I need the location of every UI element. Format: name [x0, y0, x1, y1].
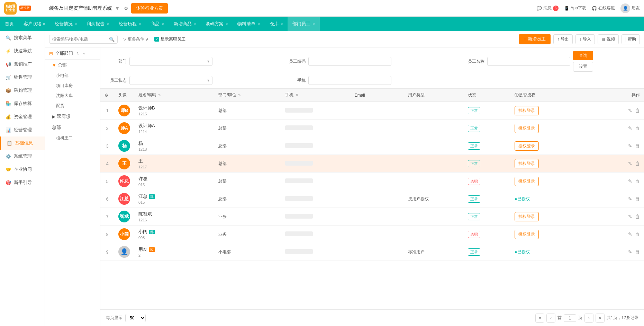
- per-page-select[interactable]: 50 100: [125, 314, 146, 322]
- nav-sales[interactable]: 🛒 销售管理: [0, 71, 45, 84]
- nav-shortcut[interactable]: ⚡ 快速导航: [0, 44, 45, 58]
- dept-filter-select[interactable]: ▾: [129, 57, 212, 66]
- edit-icon[interactable]: ✎: [628, 108, 632, 113]
- delete-icon[interactable]: 🗑: [635, 125, 640, 131]
- authorize-button[interactable]: 授权登录: [515, 230, 539, 239]
- tab-profit-report[interactable]: 利润报告 ×: [82, 17, 114, 31]
- nav-operation[interactable]: 📊 经营管理: [0, 123, 45, 136]
- message-button[interactable]: 💬 消息 6: [537, 5, 559, 11]
- user-area[interactable]: 👤 用友: [620, 3, 640, 13]
- authorize-button[interactable]: 授权登录: [515, 106, 539, 115]
- authorize-button[interactable]: 授权登录: [515, 159, 539, 168]
- delete-icon[interactable]: 🗑: [635, 108, 640, 113]
- nav-guide[interactable]: 🎯 新手引导: [0, 176, 45, 189]
- nav-system[interactable]: ⚙️ 系统管理: [0, 150, 45, 163]
- app-download-button[interactable]: 📱 App下载: [564, 5, 586, 11]
- delete-icon[interactable]: 🗑: [635, 214, 640, 219]
- tab-operation-history[interactable]: 经营历程 ×: [114, 17, 146, 31]
- dept-item-head[interactable]: ▼ 总部: [45, 60, 100, 71]
- edit-icon[interactable]: ✎: [628, 125, 632, 131]
- sort-icon[interactable]: ⇅: [158, 93, 161, 97]
- delete-icon[interactable]: 🗑: [635, 143, 640, 149]
- tab-customer[interactable]: 客户联络 ×: [19, 17, 50, 31]
- title-arrow-icon[interactable]: ▼: [115, 6, 120, 11]
- edit-icon[interactable]: ✎: [628, 231, 632, 237]
- close-icon[interactable]: ×: [312, 22, 315, 26]
- import-button[interactable]: ↓ 导入: [575, 34, 595, 44]
- tab-add-goods[interactable]: 新增商品 ×: [169, 17, 201, 31]
- col-phone[interactable]: 手机 ⇅: [281, 89, 351, 102]
- tab-home[interactable]: 首页: [0, 17, 19, 31]
- close-icon[interactable]: ×: [139, 22, 141, 26]
- nav-collab[interactable]: 🤝 企业协同: [0, 163, 45, 176]
- close-icon[interactable]: ×: [162, 22, 164, 26]
- authorize-button[interactable]: 授权登录: [515, 177, 539, 186]
- delete-icon[interactable]: 🗑: [635, 178, 640, 184]
- edit-icon[interactable]: ✎: [628, 161, 632, 166]
- view-button[interactable]: ▤ 视频: [598, 34, 619, 44]
- dept-item-double[interactable]: ▶ 双鹿想: [45, 111, 100, 122]
- close-icon[interactable]: ×: [194, 22, 196, 26]
- sort-icon[interactable]: ⇅: [238, 93, 241, 97]
- close-icon[interactable]: ×: [257, 22, 260, 26]
- nav-inventory[interactable]: 🏪 库存核算: [0, 97, 45, 110]
- dept-sub-shenyang[interactable]: 沈阳大库: [45, 91, 100, 101]
- tab-warehouse[interactable]: 仓库 ×: [265, 17, 288, 31]
- close-icon[interactable]: ×: [75, 22, 77, 26]
- query-button[interactable]: 查询: [573, 51, 593, 60]
- delete-icon[interactable]: 🗑: [635, 231, 640, 237]
- dept-sub-pei[interactable]: 配货: [45, 101, 100, 111]
- authorize-button[interactable]: 授权登录: [515, 212, 539, 221]
- dept-sub-plant[interactable]: 植树王二: [45, 133, 100, 143]
- export-button[interactable]: ↑ 导出: [553, 34, 573, 44]
- nav-search[interactable]: 🔍 搜索菜单: [0, 31, 45, 44]
- delete-icon[interactable]: 🗑: [635, 161, 640, 166]
- first-page-button[interactable]: «: [535, 314, 544, 323]
- dept-sub-project[interactable]: 项目库房: [45, 81, 100, 91]
- tab-barcode[interactable]: 条码方案 ×: [201, 17, 233, 31]
- help-button[interactable]: | 帮助: [622, 34, 640, 44]
- emp-status-select[interactable]: ▾: [129, 76, 212, 85]
- last-page-button[interactable]: »: [596, 314, 605, 323]
- nav-finance[interactable]: 💰 资金管理: [0, 110, 45, 123]
- close-icon[interactable]: ×: [107, 22, 109, 26]
- dept-sub-xdb[interactable]: 小电部: [45, 71, 100, 81]
- col-name[interactable]: 姓名/编码 ⇅: [134, 89, 214, 102]
- col-settings[interactable]: ⚙: [100, 89, 114, 102]
- phone-input[interactable]: [308, 76, 391, 85]
- online-service-button[interactable]: 🎧 在线客服: [592, 5, 615, 11]
- edit-icon[interactable]: ✎: [628, 249, 632, 255]
- delete-icon[interactable]: 🗑: [635, 249, 640, 255]
- search-input[interactable]: [52, 37, 108, 42]
- show-inactive-toggle[interactable]: ✓ 显示离职员工: [154, 36, 185, 42]
- collapse-icon[interactable]: «: [83, 51, 85, 55]
- refresh-dept-icon[interactable]: ↻: [76, 51, 80, 56]
- page-number-input[interactable]: [564, 314, 576, 322]
- tab-goods[interactable]: 商品 ×: [146, 17, 169, 31]
- emp-code-input[interactable]: [308, 57, 391, 66]
- edit-icon[interactable]: ✎: [628, 214, 632, 219]
- authorize-button[interactable]: 授权登录: [515, 124, 539, 133]
- emp-name-input[interactable]: [487, 57, 570, 66]
- nav-basic[interactable]: 📋 基础信息: [0, 136, 45, 150]
- delete-icon[interactable]: 🗑: [635, 196, 640, 202]
- col-dept[interactable]: 部门/职位 ⇅: [214, 89, 281, 102]
- nav-purchase[interactable]: 📦 采购管理: [0, 84, 45, 97]
- edit-icon[interactable]: ✎: [628, 143, 632, 149]
- tab-bom[interactable]: 物料清单 ×: [233, 17, 264, 31]
- authorize-button[interactable]: 授权登录: [515, 141, 539, 151]
- sort-icon[interactable]: ⇅: [296, 93, 298, 97]
- edit-icon[interactable]: ✎: [628, 196, 632, 202]
- tab-employees[interactable]: 部门员工 ×: [288, 17, 319, 31]
- next-page-button[interactable]: ›: [584, 314, 593, 323]
- reset-button[interactable]: 设置: [573, 62, 593, 72]
- close-icon[interactable]: ×: [226, 22, 228, 26]
- settings-icon[interactable]: ⚙: [124, 6, 128, 11]
- dept-item-zongbu[interactable]: 总部: [45, 122, 100, 133]
- more-filters-button[interactable]: ▽ 更多条件 ∧: [120, 35, 152, 44]
- tab-operation-status[interactable]: 经营情况 ×: [50, 17, 82, 31]
- prev-page-button[interactable]: ‹: [546, 314, 555, 323]
- add-employee-button[interactable]: + 新增员工: [519, 34, 551, 44]
- close-icon[interactable]: ×: [281, 22, 283, 26]
- edit-icon[interactable]: ✎: [628, 178, 632, 184]
